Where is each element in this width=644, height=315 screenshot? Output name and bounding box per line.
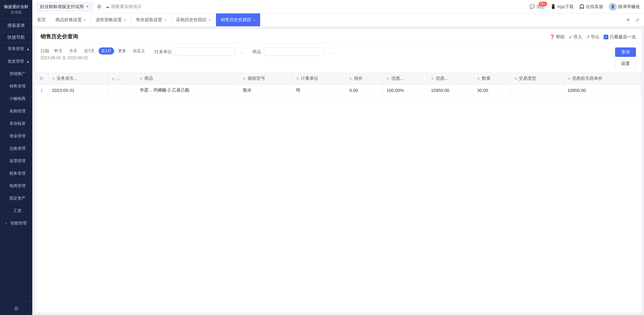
only-last-checkbox[interactable]: ✓ 只看最后一次	[604, 34, 636, 40]
sidebar-item-quicknav[interactable]: 快捷导航	[0, 32, 32, 43]
sidebar-item-intelligence[interactable]: 智能管理	[0, 217, 32, 230]
date-btn-today[interactable]: 今天	[67, 47, 80, 55]
col-unit[interactable]: ⇅ 计量单位	[293, 73, 346, 84]
tab-purchase-strategy[interactable]: 进价策略设置 ×	[91, 13, 131, 26]
tab-product-price[interactable]: 商品价格设置 ×	[51, 13, 91, 26]
sidebar-item-search[interactable]: 搜索菜单	[0, 19, 32, 32]
export-link[interactable]: ↗ 导出	[586, 34, 600, 40]
col-dots[interactable]: ⇅ ...	[108, 73, 136, 84]
help-icon: ❓	[549, 34, 555, 39]
tab-label: 销售历史价跟踪	[221, 17, 251, 23]
user-name: 徐泽华修改	[618, 4, 640, 10]
checkbox-icon: ✓	[604, 35, 608, 39]
tab-home[interactable]: 首页	[32, 13, 51, 26]
demo-link[interactable]: ☁ 我要看实例演示	[105, 4, 142, 10]
table-wrapper: ⚙ ⇅ 业务发生... ⇅ ... ⇅ 商品	[35, 73, 641, 312]
import-link[interactable]: ↙ 导入	[569, 34, 582, 40]
date-btn-custom[interactable]: 自定义	[130, 47, 148, 55]
date-btn-7days[interactable]: 近7天	[81, 47, 97, 55]
cell-unit: 吨	[293, 84, 346, 96]
sidebar-item-inventory[interactable]: 库存核算	[0, 117, 32, 130]
cell-spec: 散水	[240, 84, 293, 96]
col-discount-amt[interactable]: ⇅ 优惠...	[427, 73, 473, 84]
date-btn-more[interactable]: 更多	[115, 47, 129, 55]
online-service-label: 在线客服	[586, 4, 603, 10]
sidebar-item-tax[interactable]: 税务管理	[0, 167, 32, 180]
cell-quantity: 30.00	[474, 84, 511, 96]
page-content: 销售历史价查询 ❓ 帮助 ↙ 导入 ↗ 导出 ✓ 只看最后一次	[35, 29, 641, 312]
sidebar-item-invoice[interactable]: 发票管理	[0, 155, 32, 167]
close-icon[interactable]: ×	[124, 18, 126, 22]
sidebar-item-wholesale[interactable]: 批发管理 ▲	[0, 55, 32, 68]
from-unit-label: 往来单位	[154, 49, 172, 55]
close-window-button[interactable]: ✕	[624, 16, 632, 24]
sidebar-item-retail[interactable]: 零售管理 ▲	[0, 43, 32, 55]
close-icon[interactable]: ×	[84, 18, 86, 22]
date-btn-yesterday[interactable]: 昨天	[52, 47, 65, 55]
sidebar-item-sales[interactable]: 销售管理	[0, 80, 32, 93]
module-select[interactable]: 好业财标准版交付试用 ▼	[36, 2, 93, 11]
demo-label: 我要看实例演示	[111, 4, 142, 10]
close-icon[interactable]: ×	[209, 18, 211, 22]
page-title: 销售历史价查询	[40, 33, 78, 40]
cell-dots	[108, 84, 136, 96]
sort-icon: ⇅	[477, 77, 480, 80]
col-biz-date[interactable]: ⇅ 业务发生...	[48, 73, 108, 84]
col-pretax-price[interactable]: ⇅ 优惠前无税单价	[564, 73, 641, 84]
sidebar-item-procurement[interactable]: 采购管理	[0, 105, 32, 117]
maximize-window-button[interactable]: ⤢	[634, 16, 641, 24]
sidebar-item-ledger[interactable]: 总账管理	[0, 142, 32, 155]
col-trade-type[interactable]: ⇅ 交易类型	[511, 73, 564, 84]
topbar-settings-icon[interactable]: ⚙	[97, 4, 101, 10]
col-price[interactable]: ⇅ 报价	[346, 73, 383, 84]
cell-discount-pct: 100.00%	[383, 84, 427, 96]
import-icon: ↙	[569, 34, 572, 39]
sidebar-item-payroll[interactable]: 工资	[0, 205, 32, 217]
from-unit-dots[interactable]: ...	[238, 48, 246, 55]
product-input[interactable]	[264, 47, 324, 56]
sort-icon: ⇅	[349, 77, 352, 80]
date-filter: 日期 昨天 今天 近7天 近1月 更多 自定义	[40, 47, 148, 55]
settings-button[interactable]: 设置	[615, 59, 636, 68]
close-icon[interactable]: ×	[253, 18, 255, 22]
close-icon[interactable]: ×	[164, 18, 166, 22]
sidebar-item-fixedassets[interactable]: 固定资产	[0, 192, 32, 205]
sidebar-item-ecommerce-small[interactable]: 小畅电商	[0, 93, 32, 105]
tab-sales-history[interactable]: 销售历史价跟踪 ×	[216, 13, 260, 26]
online-service-button[interactable]: 🎧 在线客服	[579, 4, 603, 10]
gear-icon: ⚙	[39, 76, 44, 81]
sidebar-item-finance[interactable]: 资金管理	[0, 130, 32, 142]
date-btn-1month[interactable]: 近1月	[99, 47, 114, 55]
dropdown-arrow-icon: ▼	[86, 5, 89, 8]
col-spec[interactable]: ⇅ 规格型号	[240, 73, 293, 84]
cell-discount-amt: 10950.00	[427, 84, 473, 96]
tab-sale-price[interactable]: 售价提取设置 ×	[131, 13, 171, 26]
help-link[interactable]: ❓ 帮助	[549, 34, 565, 40]
product-filter: 商品 ...	[252, 47, 335, 56]
app-download-button[interactable]: 📱 App下载	[550, 4, 574, 10]
export-icon: ↗	[586, 34, 590, 39]
col-product[interactable]: ⇅ 商品	[136, 73, 240, 84]
tabs-bar: 首页 商品价格设置 × 进价策略设置 × 售价提取设置 × 采购历史价跟踪 × …	[32, 13, 644, 27]
message-icon: 💬	[530, 4, 535, 9]
chevron-icon: ▲	[26, 60, 30, 63]
sidebar-item-marketing[interactable]: 营销推广	[0, 68, 32, 80]
cell-no: 1	[35, 84, 48, 96]
col-quantity[interactable]: ⇅ 数量	[474, 73, 511, 84]
col-settings[interactable]: ⚙	[35, 73, 48, 84]
tab-purchase-history[interactable]: 采购历史价跟踪 ×	[171, 13, 216, 26]
settings-icon[interactable]: ⚙	[0, 305, 32, 312]
chevron-icon: ▲	[26, 47, 30, 51]
messages-button[interactable]: 💬 消息 99+	[530, 4, 545, 10]
sort-icon: ⇅	[514, 77, 517, 80]
cell-pretax-price: 10950.00	[564, 84, 641, 96]
product-dots[interactable]: ...	[327, 48, 335, 55]
module-select-label: 好业财标准版交付试用	[40, 4, 84, 10]
table-row: 1 2023-05-31 华逻... 丙烯酸-2-乙基己酯 散水 吨 0.00 …	[35, 84, 641, 96]
cell-product: 华逻... 丙烯酸-2-乙基己酯	[136, 84, 240, 96]
col-discount-pct[interactable]: ⇅ 优惠...	[383, 73, 427, 84]
query-button[interactable]: 查询	[615, 47, 636, 57]
from-unit-input[interactable]	[175, 47, 235, 56]
user-menu[interactable]: 👤 徐泽华修改	[609, 3, 640, 11]
sidebar-item-ecommerce[interactable]: 电商管理	[0, 180, 32, 192]
